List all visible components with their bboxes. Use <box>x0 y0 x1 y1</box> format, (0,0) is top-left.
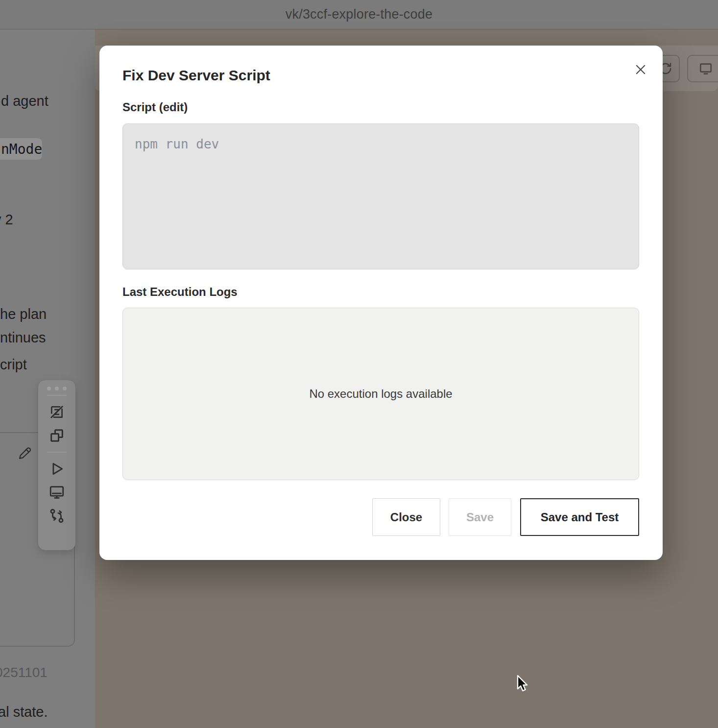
script-label: Script (edit) <box>122 100 188 114</box>
dialog-title: Fix Dev Server Script <box>122 67 270 84</box>
mouse-cursor <box>513 673 530 698</box>
logs-label: Last Execution Logs <box>122 285 238 299</box>
copy-icon[interactable] <box>47 426 67 445</box>
chat-sidebar: d agent nMode y 2 he plan ntinues cript <box>0 29 95 728</box>
close-button[interactable]: Close <box>372 498 440 536</box>
window-titlebar: vk/3ccf-explore-the-code <box>0 0 718 29</box>
chat-timestamp-fragment: 0251101 <box>0 665 48 680</box>
save-and-test-button[interactable]: Save and Test <box>520 498 639 536</box>
close-icon[interactable] <box>632 61 649 78</box>
chat-text-fragment: d agent <box>1 93 48 109</box>
preview-monitor-button[interactable] <box>687 55 718 82</box>
pencil-icon[interactable] <box>18 445 33 461</box>
toolbar-divider <box>47 395 67 396</box>
zed-logo-icon[interactable] <box>47 402 67 422</box>
play-icon[interactable] <box>47 459 67 479</box>
save-button[interactable]: Save <box>449 498 511 536</box>
chat-text-fragment: he plan <box>0 306 47 322</box>
logs-empty-message: No execution logs available <box>309 387 452 401</box>
chat-text-fragment: y 2 <box>0 212 13 228</box>
toolbar-divider <box>47 452 67 453</box>
chat-text-fragment: al state. <box>0 704 48 720</box>
monitor-icon[interactable] <box>47 483 67 502</box>
app-screen: vk/3ccf-explore-the-code d agent nMode y… <box>0 0 718 728</box>
fix-dev-server-dialog: Fix Dev Server Script Script (edit) Last… <box>99 46 663 560</box>
mode-code-badge: nMode <box>0 138 42 160</box>
window-title: vk/3ccf-explore-the-code <box>286 7 432 22</box>
chat-text-fragment: cript <box>0 357 27 373</box>
floating-toolbar <box>38 380 75 550</box>
mode-badge-label: nMode <box>0 141 42 157</box>
execution-logs-box: No execution logs available <box>122 308 639 480</box>
chat-text-fragment: ntinues <box>0 330 46 346</box>
git-compare-icon[interactable] <box>47 506 67 526</box>
script-input[interactable] <box>122 123 639 269</box>
drag-handle-dots-icon[interactable] <box>47 387 67 390</box>
